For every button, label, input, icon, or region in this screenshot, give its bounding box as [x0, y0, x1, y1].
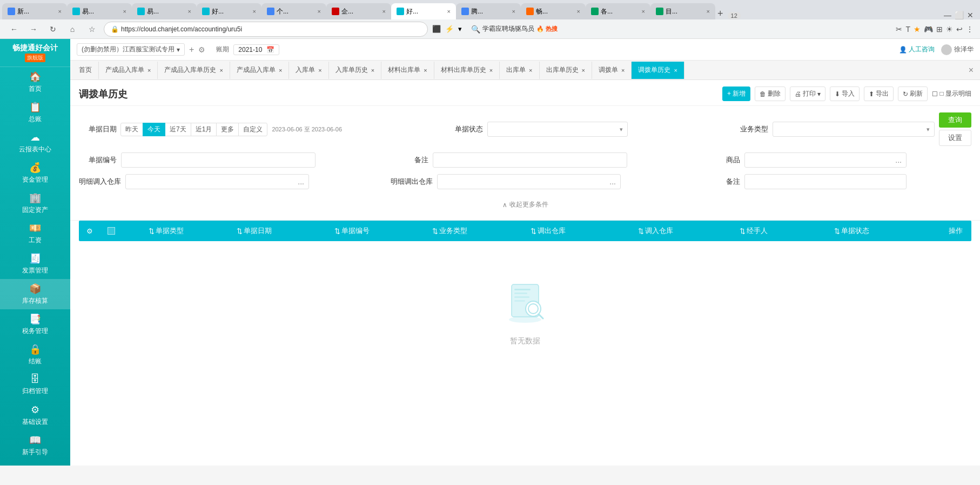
in-warehouse-filter-select[interactable]: ...: [125, 174, 309, 189]
back-button[interactable]: ←: [6, 22, 22, 37]
page-tab-outbound-close[interactable]: ×: [529, 67, 532, 74]
browser-tab-4[interactable]: 好... ×: [197, 3, 261, 19]
page-tab-inbound-history-close[interactable]: ×: [371, 67, 374, 74]
page-tab-inbound[interactable]: 入库单 ×: [289, 62, 328, 79]
new-button[interactable]: + 新增: [722, 87, 750, 101]
table-th-status[interactable]: ⇅ 单据状态: [797, 226, 905, 236]
goods-dots[interactable]: ...: [895, 156, 902, 164]
status-filter-select[interactable]: ▾: [487, 122, 628, 137]
window-close[interactable]: ✕: [967, 11, 974, 19]
table-checkbox[interactable]: [108, 227, 115, 235]
page-tab-prod-inbound[interactable]: 产成品入库单 ×: [99, 62, 158, 79]
page-tab-material-outbound-history-close[interactable]: ×: [489, 67, 493, 74]
sidebar-item-ledger[interactable]: 📋 总账: [0, 97, 70, 128]
page-tab-prod-inbound2-close[interactable]: ×: [279, 67, 282, 74]
page-tab-prod-inbound-history-close[interactable]: ×: [219, 67, 223, 74]
service-button[interactable]: 👤 人工咨询: [899, 45, 935, 54]
sidebar-item-salary[interactable]: 💴 工资: [0, 218, 70, 249]
tab1-close[interactable]: ×: [58, 8, 62, 15]
add-company-icon[interactable]: +: [189, 45, 194, 55]
browser-tab-8[interactable]: 腾... ×: [456, 3, 521, 19]
page-tab-material-outbound-close[interactable]: ×: [424, 67, 427, 74]
browser-tab-1[interactable]: 新... ×: [2, 3, 67, 19]
setting-button[interactable]: 设置: [939, 130, 971, 146]
print-button[interactable]: 🖨 打印 ▾: [790, 87, 825, 101]
tab4-close[interactable]: ×: [253, 8, 256, 15]
tab2-close[interactable]: ×: [123, 8, 126, 15]
sidebar-item-settings[interactable]: ⚙ 基础设置: [0, 400, 70, 430]
page-tab-outbound-history-close[interactable]: ×: [582, 67, 585, 74]
sidebar-item-home[interactable]: 🏠 首页: [0, 67, 70, 97]
tab7-close[interactable]: ×: [447, 8, 451, 15]
show-all-button[interactable]: ☐ □ 显示明细: [932, 89, 971, 98]
date-btn-today[interactable]: 今天: [143, 123, 165, 136]
import-button[interactable]: ⬇ 导入: [830, 87, 860, 101]
table-th-biz[interactable]: ⇅ 业务类型: [406, 226, 494, 236]
sidebar-item-member[interactable]: ✓ 畅会员: [0, 461, 70, 466]
page-tab-outbound-history[interactable]: 出库单历史 ×: [540, 62, 592, 79]
export-button[interactable]: ⬆ 导出: [864, 87, 894, 101]
browser-tab-10[interactable]: 各... ×: [586, 3, 650, 19]
page-tab-transfer-history-close[interactable]: ×: [674, 67, 677, 74]
query-button[interactable]: 查询: [939, 112, 971, 128]
tabs-close-all[interactable]: ×: [969, 65, 980, 75]
goods-filter-select[interactable]: ...: [744, 152, 907, 168]
page-tab-material-outbound-history[interactable]: 材料出库单历史 ×: [434, 62, 500, 79]
tab3-close[interactable]: ×: [188, 8, 191, 15]
page-tab-home[interactable]: 首页: [72, 62, 99, 79]
sidebar-item-archive[interactable]: 🗄 归档管理: [0, 370, 70, 400]
company-selector[interactable]: (勿删勿禁用）江西服宝测试专用 ▾: [77, 43, 185, 56]
page-tab-material-outbound[interactable]: 材料出库单 ×: [381, 62, 434, 79]
settings-gear-icon[interactable]: ⚙: [198, 45, 205, 54]
page-tab-outbound[interactable]: 出库单 ×: [500, 62, 539, 79]
delete-button[interactable]: 🗑 删除: [755, 87, 786, 101]
date-btn-1month[interactable]: 近1月: [191, 123, 217, 136]
home-button[interactable]: ⌂: [65, 22, 80, 37]
remark-input[interactable]: [433, 152, 627, 168]
out-warehouse-filter-select[interactable]: ...: [437, 174, 621, 189]
table-th-num[interactable]: ⇅ 单据编号: [298, 226, 406, 236]
tab6-close[interactable]: ×: [382, 8, 386, 15]
refresh-button[interactable]: ↻: [45, 22, 61, 37]
forward-button[interactable]: →: [26, 22, 41, 37]
window-minimize[interactable]: —: [944, 11, 951, 19]
dropdown-icon[interactable]: ▾: [458, 25, 467, 33]
page-tab-transfer-close[interactable]: ×: [621, 67, 625, 74]
browser-tab-3[interactable]: 易... ×: [132, 3, 197, 19]
date-btn-custom[interactable]: 自定义: [238, 123, 267, 136]
tab10-close[interactable]: ×: [642, 8, 645, 15]
window-maximize[interactable]: ⬜: [955, 11, 964, 19]
tab5-close[interactable]: ×: [318, 8, 321, 15]
sidebar-item-closing[interactable]: 🔒 结账: [0, 340, 70, 370]
in-warehouse-dots[interactable]: ...: [298, 177, 304, 186]
page-tab-inbound-close[interactable]: ×: [318, 67, 321, 74]
browser-tab-5[interactable]: 个... ×: [261, 3, 326, 19]
collapse-button[interactable]: ∧ 收起更多条件: [496, 198, 555, 211]
bookmark-button[interactable]: ☆: [84, 22, 99, 37]
sidebar-item-capital[interactable]: 💰 资金管理: [0, 158, 70, 188]
docnum-input[interactable]: [121, 152, 316, 168]
date-btn-yesterday[interactable]: 昨天: [120, 123, 143, 136]
page-tab-transfer[interactable]: 调拨单 ×: [592, 62, 632, 79]
date-btn-7days[interactable]: 近7天: [165, 123, 191, 136]
biztype-filter-select[interactable]: ▾: [773, 122, 935, 137]
date-btn-more[interactable]: 更多: [216, 123, 239, 136]
sidebar-item-fixed[interactable]: 🏢 固定资产: [0, 188, 70, 218]
table-check-col[interactable]: [100, 227, 122, 235]
sidebar-item-guide[interactable]: 📖 新手引导: [0, 430, 70, 461]
page-tab-transfer-history[interactable]: 调拨单历史 ×: [632, 62, 684, 79]
table-th-in[interactable]: ⇅ 调入仓库: [602, 226, 710, 236]
table-th-date[interactable]: ⇅ 单据日期: [210, 226, 298, 236]
table-th-handler[interactable]: ⇅ 经手人: [710, 226, 798, 236]
page-tab-prod-inbound-history[interactable]: 产成品入库单历史 ×: [158, 62, 230, 79]
table-th-type[interactable]: ⇅ 单据类型: [122, 226, 210, 236]
tab9-close[interactable]: ×: [577, 8, 580, 15]
browser-tab-2[interactable]: 易... ×: [67, 3, 132, 19]
table-gear-col[interactable]: ⚙: [79, 227, 100, 235]
new-tab-button[interactable]: +: [717, 8, 723, 19]
page-tab-prod-inbound2[interactable]: 产成品入库单 ×: [230, 62, 289, 79]
page-tab-prod-inbound-close[interactable]: ×: [147, 67, 151, 74]
address-input[interactable]: 🔒 https://cloud.chanjet.com/accounting/u…: [104, 22, 428, 37]
table-th-out[interactable]: ⇅ 调出仓库: [494, 226, 602, 236]
refresh-button[interactable]: ↻ 刷新: [898, 87, 928, 101]
